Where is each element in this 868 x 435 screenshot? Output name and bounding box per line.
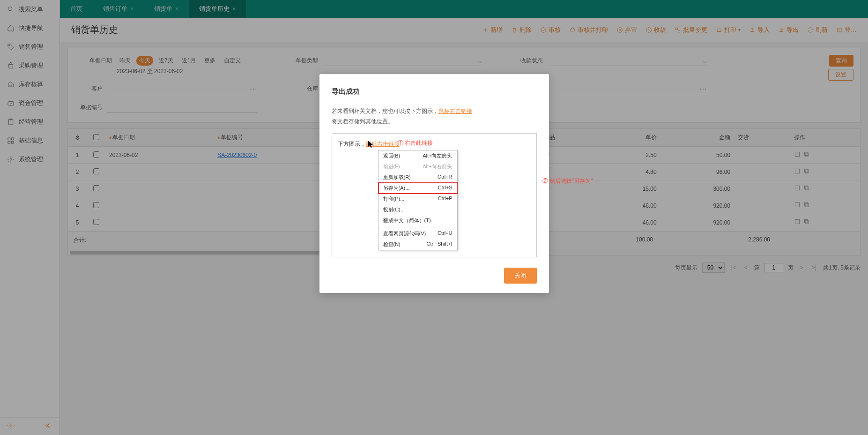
modal-text-2: 将文档存储到其他位置。	[332, 118, 393, 125]
ctx-item: 另存为(A)...Ctrl+S	[378, 182, 458, 194]
modal-title: 导出成功	[332, 87, 537, 96]
modal-overlay: 导出成功 若未看到相关文档，您也可以按下方图示，鼠标右击链接 将文档存储到其他位…	[0, 0, 868, 435]
ctx-item: 投射(C)...	[378, 204, 457, 215]
ctx-item: 前进(F)Alt+向右箭头	[378, 161, 457, 172]
ctx-item: 翻成中文（简体）(T)	[378, 215, 457, 226]
close-button[interactable]: 关闭	[504, 268, 537, 284]
export-success-modal: 导出成功 若未看到相关文档，您也可以按下方图示，鼠标右击链接 将文档存储到其他位…	[319, 74, 549, 293]
hint-1: ① 右击此链接	[398, 139, 433, 147]
modal-text-1: 若未看到相关文档，您也可以按下方图示，	[332, 108, 438, 114]
ctx-item: 查看网页源代码(V)Ctrl+U	[378, 228, 457, 239]
hint-2: ② 然后选择"另存为"	[542, 177, 593, 185]
ctx-item: 检查(N)Ctrl+Shift+I	[378, 239, 457, 250]
cursor-icon	[368, 140, 374, 149]
screenshot-illustration: 下方图示，鼠标右击链接 ① 右击此链接 返回(B)Alt+向左箭头前进(F)Al…	[332, 133, 537, 257]
ctx-item: 重新加载(R)Ctrl+R	[378, 172, 457, 183]
ctx-item: 打印(P)...Ctrl+P	[378, 194, 457, 204]
ctx-item: 返回(B)Alt+向左箭头	[378, 150, 457, 161]
modal-link-1[interactable]: 鼠标右击链接	[438, 108, 472, 114]
context-menu-illustration: 返回(B)Alt+向左箭头前进(F)Alt+向右箭头重新加载(R)Ctrl+R另…	[378, 150, 458, 250]
shot-prefix: 下方图示，	[338, 141, 366, 147]
